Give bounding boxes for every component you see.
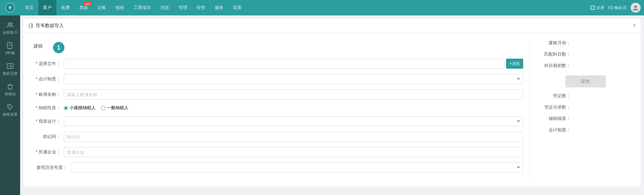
right-accounting-system-label: 会计制度： xyxy=(540,127,571,133)
build-month-row: 建账月份： xyxy=(540,40,631,46)
memo-input[interactable] xyxy=(64,132,523,142)
reference-year-label: 参照历史年度： xyxy=(34,165,67,171)
voucher-entry-count-row: 凭证分录数： xyxy=(540,104,631,110)
assign-accountant-row: * 指派会计： xyxy=(34,116,523,126)
dialog-title: 导爷数据导入 xyxy=(36,23,64,29)
tax-nature-label: * 纳税性质： xyxy=(34,105,60,111)
build-month-label: 建账月份： xyxy=(540,40,571,46)
reference-year-row: 参照历史年度： xyxy=(34,162,523,173)
svg-point-6 xyxy=(10,23,12,25)
svg-rect-7 xyxy=(7,43,12,49)
auxiliary-calc-row: 辅助核算： xyxy=(540,116,631,122)
auxiliary-calc-label: 辅助核算： xyxy=(540,116,571,122)
svg-rect-10 xyxy=(29,24,33,28)
nav-item-service[interactable]: 服务 xyxy=(210,0,228,15)
step-label: 建账 xyxy=(34,43,43,49)
dialog-header: 导爷数据导入 xyxy=(23,19,641,33)
assign-accountant-label: * 指派会计： xyxy=(34,118,60,124)
voucher-count-row: 凭证数： xyxy=(540,93,631,99)
voucher-entry-count-label: 凭证分录数： xyxy=(540,104,571,110)
new-badge: new xyxy=(84,2,91,6)
ledger-name-row: * 账簿名称： xyxy=(34,89,523,100)
nav-item-invoice[interactable]: 票据 new xyxy=(75,0,93,15)
sidebar-item-recycle-bin[interactable]: 回收站 xyxy=(1,80,19,99)
user-avatar[interactable] xyxy=(631,3,641,13)
ledger-name-label: * 账簿名称： xyxy=(34,91,60,97)
belonging-company-label: * 所属企业： xyxy=(34,149,60,155)
reference-year-select[interactable] xyxy=(70,162,523,173)
nav-item-home[interactable]: 首页 xyxy=(20,0,38,15)
form-left: 建账 1 * 选择文件： +浏览 xyxy=(34,40,530,178)
nav-item-business-project[interactable]: 工商项目 xyxy=(129,0,156,15)
memo-label: 助记码： xyxy=(34,134,60,140)
content-area: 导爷数据导入 × 建账 1 * 选择文件： xyxy=(20,15,644,195)
nav-item-manage[interactable]: 管理 xyxy=(174,0,192,15)
logo xyxy=(3,1,17,14)
svg-point-9 xyxy=(9,106,10,107)
sidebar-item-all-clients[interactable]: 全部客户 xyxy=(1,19,19,38)
assign-accountant-select[interactable] xyxy=(64,116,523,126)
nav-item-client[interactable]: 客户 xyxy=(38,0,56,15)
tax-radio2[interactable] xyxy=(101,106,105,110)
svg-point-4 xyxy=(634,5,637,8)
step-section: 建账 1 xyxy=(34,40,523,53)
sidebar-item-account-migration[interactable]: 账套迁移 xyxy=(1,60,19,79)
nav-item-charge[interactable]: 收费 xyxy=(56,0,75,15)
main-layout: 全部客户 0申报 账套迁移 回收站 xyxy=(0,15,644,195)
subject-init-balance-label: 科目期初数： xyxy=(540,63,571,69)
nav-item-tax[interactable]: 报税 xyxy=(111,0,129,15)
dialog-card: 导爷数据导入 × 建账 1 * 选择文件： xyxy=(23,19,641,186)
belonging-company-row: * 所属企业： xyxy=(34,147,523,157)
file-label: * 选择文件： xyxy=(34,61,60,67)
svg-point-5 xyxy=(8,23,10,25)
sidebar-item-tag-settings[interactable]: 标签设置 xyxy=(1,101,19,120)
vip-button[interactable]: 畅会员 xyxy=(608,5,627,11)
file-input-group: +浏览 xyxy=(64,59,523,69)
tax-radio-group: 小规模纳税人 一般纳税人 xyxy=(64,105,129,111)
tax-radio1[interactable] xyxy=(64,106,68,110)
dialog-body: 建账 1 * 选择文件： +浏览 xyxy=(23,33,641,185)
match-subjects-row: 匹配科目数： xyxy=(540,51,631,57)
right-accounting-system-row: 会计制度： xyxy=(540,127,631,133)
fullscreen-button[interactable]: 全屏 xyxy=(590,5,604,11)
match-subjects-label: 匹配科目数： xyxy=(540,51,571,57)
browse-button[interactable]: +浏览 xyxy=(506,59,523,69)
belonging-company-input[interactable] xyxy=(64,147,523,157)
import-icon xyxy=(29,23,34,28)
close-button[interactable]: × xyxy=(632,22,636,28)
step-badge: 1 xyxy=(53,42,64,53)
accounting-system-row: * 会计制度： xyxy=(34,74,523,84)
form-right: 建账月份： 匹配科目数： 科目期初数： 建账 xyxy=(530,40,631,178)
ledger-name-input[interactable] xyxy=(64,89,523,100)
form-layout: 建账 1 * 选择文件： +浏览 xyxy=(34,40,631,178)
svg-rect-2 xyxy=(591,6,594,9)
sidebar-item-zero-declaration[interactable]: 0申报 xyxy=(1,39,19,58)
accounting-system-label: * 会计制度： xyxy=(34,76,60,82)
nav-right-area: 全屏 畅会员 xyxy=(590,3,641,13)
tax-nature-row: * 纳税性质： 小规模纳税人 一般纳税人 xyxy=(34,105,523,111)
tax-option1[interactable]: 小规模纳税人 xyxy=(64,105,96,111)
nav-item-message[interactable]: 消息 xyxy=(156,0,174,15)
build-button[interactable]: 建账 xyxy=(565,75,606,87)
file-row: * 选择文件： +浏览 xyxy=(34,59,523,69)
tax-option2[interactable]: 一般纳税人 xyxy=(101,105,129,111)
top-navigation: 首页 客户 收费 票据 new 记账 报税 工商项目 消息 管理 经营 服务 设… xyxy=(0,0,644,15)
accounting-system-select[interactable] xyxy=(64,74,523,84)
nav-item-operations[interactable]: 经营 xyxy=(192,0,210,15)
voucher-count-label: 凭证数： xyxy=(540,93,571,99)
file-input[interactable] xyxy=(64,59,505,69)
memo-row: 助记码： xyxy=(34,132,523,142)
nav-item-settings[interactable]: 设置 xyxy=(228,0,246,15)
subject-init-balance-row: 科目期初数： xyxy=(540,63,631,69)
sidebar: 全部客户 0申报 账套迁移 回收站 xyxy=(0,15,20,195)
nav-item-bookkeeping[interactable]: 记账 xyxy=(93,0,111,15)
